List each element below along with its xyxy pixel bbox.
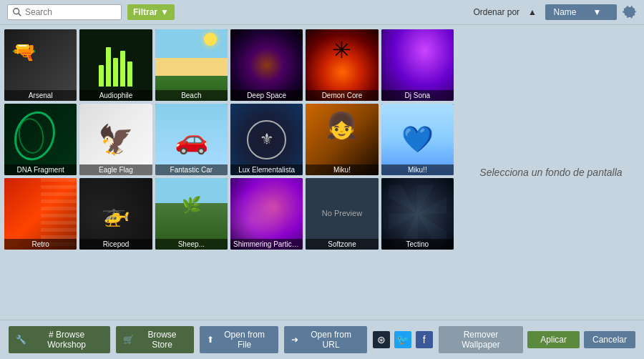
wallpaper-item-eagle-flag[interactable]: 🦅 Eagle Flag — [79, 104, 152, 175]
bottom-bar: 🔧 # Browse Workshop 🛒 Browse Store ⬆ Ope… — [0, 320, 644, 359]
wallpaper-item-beach[interactable]: Beach — [155, 29, 228, 101]
open-file-label: Open from File — [218, 330, 272, 350]
gear-icon[interactable] — [623, 5, 637, 19]
wallpaper-item-lux-elementalista[interactable]: ⚜ Lux Elementalista — [230, 104, 303, 175]
svg-point-0 — [14, 9, 19, 14]
wallpaper-item-fantastic-car[interactable]: 🚗 Fantastic Car — [155, 104, 228, 175]
wallpaper-label-shimmering-particles: Shimmering Particles — [230, 239, 303, 250]
search-input[interactable] — [25, 7, 111, 17]
wallpaper-label-retro: Retro — [4, 239, 77, 250]
browse-store-button[interactable]: 🛒 Browse Store — [116, 326, 193, 353]
sort-dropdown[interactable]: Name ▼ — [545, 4, 617, 20]
wallpaper-label-eagle-flag: Eagle Flag — [79, 164, 152, 175]
wallpaper-label-softzone: Softzone — [306, 239, 378, 250]
open-url-label: Open from URL — [302, 330, 359, 350]
twitter-icon[interactable]: 🐦 — [394, 331, 411, 348]
wallpaper-label-beach: Beach — [155, 90, 228, 101]
cancel-button[interactable]: Cancelar — [584, 331, 635, 348]
store-icon: 🛒 — [123, 335, 134, 345]
search-icon — [12, 7, 22, 17]
wallpaper-label-mikuii: Miku!! — [381, 164, 454, 175]
right-panel: Selecciona un fondo de pantalla — [458, 25, 644, 320]
workshop-icon: 🔧 — [16, 335, 26, 345]
wallpaper-item-audiophile[interactable]: Audiophile — [79, 29, 152, 101]
wallpaper-item-deep-space[interactable]: Deep Space — [230, 29, 303, 101]
wallpaper-label-deep-space: Deep Space — [230, 90, 303, 101]
right-panel-hint: Selecciona un fondo de pantalla — [479, 167, 622, 178]
facebook-icon[interactable]: f — [416, 331, 433, 348]
wallpaper-item-mikuii[interactable]: 💙 Miku!! — [381, 104, 454, 175]
remove-wallpaper-label: Remover Wallpaper — [462, 330, 500, 350]
wallpaper-item-dna-fragment[interactable]: DNA Fragment — [4, 104, 77, 175]
cancel-label: Cancelar — [592, 335, 627, 345]
wallpaper-label-demon-core: Demon Core — [306, 90, 378, 101]
filter-label: Filtrar — [133, 7, 157, 17]
apply-button[interactable]: Aplicar — [527, 331, 580, 348]
wallpaper-item-arsenal[interactable]: 🔫 Arsenal — [4, 29, 77, 101]
wallpaper-item-ricepod[interactable]: 🚁 Ricepod — [79, 178, 152, 250]
open-file-button[interactable]: ⬆ Open from File — [200, 326, 279, 353]
main-area: 🔫 Arsenal Audiophile BeachDeep Space ✳ D… — [0, 25, 644, 320]
wallpaper-item-demon-core[interactable]: ✳ Demon Core — [306, 29, 378, 101]
wallpaper-label-ricepod: Ricepod — [79, 239, 152, 250]
wallpaper-label-tectino: Tectino — [381, 239, 454, 250]
apply-label: Aplicar — [540, 335, 567, 345]
open-url-button[interactable]: ➜ Open from URL — [284, 326, 366, 353]
upload-icon: ⬆ — [207, 335, 214, 345]
wallpaper-item-sheep[interactable]: 🌿 Sheep... — [155, 178, 228, 250]
wallpaper-item-shimmering-particles[interactable]: Shimmering Particles — [230, 178, 303, 250]
wallpaper-item-tectino[interactable]: Tectino — [381, 178, 454, 250]
wallpaper-label-lux-elementalista: Lux Elementalista — [230, 164, 303, 175]
wallpaper-item-retro[interactable]: Retro — [4, 178, 77, 250]
browse-workshop-button[interactable]: 🔧 # Browse Workshop — [9, 326, 110, 353]
sort-arrow: ▲ — [528, 7, 537, 17]
wallpaper-item-softzone[interactable]: No Preview Softzone — [306, 178, 378, 250]
wallpaper-label-arsenal: Arsenal — [4, 90, 77, 101]
right-buttons: Remover Wallpaper Aplicar Cancelar — [439, 326, 635, 353]
remove-wallpaper-button[interactable]: Remover Wallpaper — [439, 326, 524, 353]
wallpaper-label-fantastic-car: Fantastic Car — [155, 164, 228, 175]
wallpaper-label-audiophile: Audiophile — [79, 90, 152, 101]
wallpaper-label-sheep: Sheep... — [155, 239, 228, 250]
sort-value: Name — [551, 7, 579, 17]
browse-workshop-label: # Browse Workshop — [30, 330, 103, 350]
wallpaper-label-dj-sona: Dj Sona — [381, 90, 454, 101]
wallpaper-label-miku: Miku! — [306, 164, 378, 175]
browse-store-label: Browse Store — [137, 330, 186, 350]
chevron-down-icon: ▼ — [583, 7, 611, 17]
filter-icon: ▼ — [160, 7, 169, 17]
wallpaper-grid: 🔫 Arsenal Audiophile BeachDeep Space ✳ D… — [0, 25, 458, 320]
wallpaper-item-miku[interactable]: 👧 Miku! — [306, 104, 378, 175]
social-icons: ⊛ 🐦 f — [373, 331, 433, 348]
steam-icon[interactable]: ⊛ — [373, 331, 390, 348]
svg-line-1 — [19, 14, 21, 16]
filter-button[interactable]: Filtrar ▼ — [127, 4, 175, 20]
search-box[interactable] — [7, 4, 122, 20]
wallpaper-label-dna-fragment: DNA Fragment — [4, 164, 77, 175]
top-bar: Filtrar ▼ Ordenar por ▲ Name ▼ — [0, 0, 644, 25]
arrow-icon: ➜ — [291, 335, 298, 345]
wallpaper-item-dj-sona[interactable]: Dj Sona — [381, 29, 454, 101]
sort-label: Ordenar por — [473, 7, 519, 17]
